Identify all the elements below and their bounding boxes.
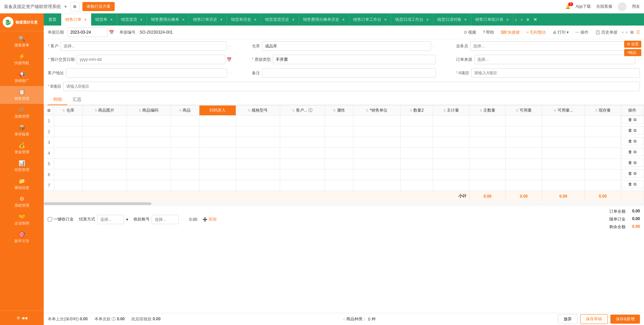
scrollbar-thumb[interactable] (44, 202, 151, 205)
nav-next[interactable]: › (626, 30, 628, 35)
sidebar-item-purchase[interactable]: 🛒 采购管理 (0, 104, 44, 122)
row-4-copy[interactable]: ⧉ (634, 150, 637, 154)
checkout-method-input[interactable] (97, 215, 124, 224)
tab-nav-left[interactable]: ‹ (513, 17, 519, 22)
discard-button[interactable]: 放弃 (558, 314, 577, 324)
row-7-delete[interactable]: 🗑 (628, 182, 632, 187)
row-3-copy[interactable]: ⧉ (634, 139, 637, 144)
tab-invoice-history[interactable]: 销货单历史 ✕ (227, 13, 261, 26)
row-2-warehouse[interactable] (54, 126, 83, 137)
delivery-date-input[interactable] (77, 55, 225, 64)
tab-order-workbench-close[interactable]: ✕ (384, 18, 387, 22)
col-scan[interactable]: 扫码录入 (199, 106, 236, 116)
row-2-copy[interactable]: ⧉ (634, 128, 637, 133)
tab-reconcile-close[interactable]: ✕ (464, 18, 467, 22)
col-code[interactable]: ⇅ 商品编码 (126, 106, 171, 116)
horizontal-scrollbar[interactable] (44, 202, 644, 205)
row-1-qty2[interactable] (400, 116, 433, 126)
print-button[interactable]: 🖨 打印 ▾ (551, 29, 571, 36)
sidebar-item-guide[interactable]: 🎯 新手引导 (0, 229, 44, 246)
row-1-copy[interactable]: ⧉ (634, 117, 637, 122)
row-5-copy[interactable]: ⧉ (634, 160, 637, 165)
tab-sales-order[interactable]: 销售订单 ✕ (61, 13, 91, 26)
row-2-customer-code[interactable] (280, 126, 325, 137)
address-more[interactable]: ··· (228, 71, 232, 75)
tab-stats[interactable]: 销售订单统计表 ✕ (471, 13, 513, 26)
col-attr[interactable]: ⇅ 属性 (325, 106, 353, 116)
tab-reconcile[interactable]: 钱货日清对账 ✕ (433, 13, 471, 26)
row-1-main-unit[interactable] (433, 116, 469, 126)
settings-tag-button[interactable]: ⚙ 设置 (624, 41, 641, 48)
sidebar-item-marketing[interactable]: 📢 营销推广 (0, 68, 44, 86)
tab-stats-close[interactable]: ✕ (506, 18, 509, 22)
tab-close-all[interactable]: ✕ (531, 17, 539, 22)
col-warehouse[interactable]: ⇅ 仓库 (54, 106, 83, 116)
row-1-customer-code[interactable] (280, 116, 325, 126)
tab-sales-invoice-close[interactable]: ✕ (110, 18, 113, 22)
address-input[interactable] (66, 68, 227, 78)
sidebar-item-navigation[interactable]: ⚡ 快捷导航 (0, 50, 44, 68)
col-available[interactable]: ⇅ 可用量 (506, 106, 542, 116)
sidebar-item-enterprise[interactable]: 🤝 企业协同 (0, 211, 44, 229)
project-a-input[interactable] (471, 68, 640, 78)
col-stock[interactable]: ⇅ 现存量 (585, 106, 621, 116)
collapse-button[interactable]: ⚙ ◀◀ (0, 314, 44, 322)
notification-bell[interactable]: 🔔9 (565, 4, 570, 9)
project-b-input[interactable] (63, 82, 640, 91)
customer-input[interactable] (61, 41, 227, 51)
row-2-attr[interactable] (325, 126, 353, 137)
row-1-spec[interactable] (236, 116, 280, 126)
industry-button[interactable]: 体验行业方案 (82, 2, 115, 11)
row-1-goods[interactable] (171, 116, 199, 126)
tab-order-workbench[interactable]: 销售订单工作台 ✕ (349, 13, 391, 26)
history-button[interactable]: 📋 历史单据 (593, 29, 619, 36)
add-button[interactable]: ➕ 添加 (202, 216, 217, 222)
row-3-warehouse[interactable] (54, 137, 83, 148)
add-goods-button[interactable]: +物品 (624, 49, 641, 56)
row-2-spec[interactable] (236, 126, 280, 137)
col-customer-code[interactable]: ⇅ 客户... ⓘ (280, 106, 325, 116)
tab-home[interactable]: 首页 (44, 13, 61, 26)
row-6-copy[interactable]: ⧉ (634, 171, 637, 176)
col-main-unit[interactable]: ⇅ 主计量 (433, 106, 469, 116)
col-main-qty[interactable]: ⇅ 主数量 (469, 106, 506, 116)
row-1-main-qty[interactable] (469, 116, 506, 126)
gear-button[interactable]: ⚙ (70, 2, 80, 11)
row-2-main-unit[interactable] (433, 126, 469, 137)
order-source-input[interactable] (474, 55, 635, 64)
date-input[interactable] (67, 28, 108, 37)
sidebar-item-sales[interactable]: 📋 销售管理 (0, 86, 44, 104)
sidebar-item-system[interactable]: ⚙ 系统管理 (0, 193, 44, 211)
sidebar-item-basicinfo[interactable]: 📁 基础信息 (0, 175, 44, 193)
remark-input[interactable] (262, 68, 436, 78)
profit-button[interactable]: ≈ 毛利预估 (524, 29, 548, 36)
col-settings[interactable]: ⚙ (44, 106, 54, 116)
username[interactable]: 用友 (632, 4, 640, 9)
tab-nav-right[interactable]: › (519, 17, 525, 22)
account-input[interactable] (152, 215, 179, 224)
tab-return-history-close[interactable]: ✕ (292, 18, 295, 22)
col-available2[interactable]: ⇅ 可用量... (542, 106, 585, 116)
tab-detail[interactable]: 明细 (48, 94, 67, 105)
row-2-main-qty[interactable] (469, 126, 506, 137)
row-7-copy[interactable]: ⧉ (634, 182, 637, 187)
operation-button[interactable]: ⋯ 操作 (573, 29, 591, 36)
tab-daily-workbench-close[interactable]: ✕ (426, 18, 429, 22)
col-spec[interactable]: ⇅ 规格型号 (236, 106, 280, 116)
customer-more[interactable]: ··· (228, 44, 232, 48)
row-2-code[interactable] (126, 126, 171, 137)
view-button[interactable]: ⊙ 视频 (462, 29, 478, 36)
tab-fee-split-close[interactable]: ✕ (182, 18, 185, 22)
delivery-calendar-icon[interactable]: 📅 (227, 57, 232, 62)
row-2-qty2[interactable] (400, 126, 433, 137)
auto-checkout-input[interactable] (48, 217, 52, 221)
order-source-more[interactable]: ··· (637, 57, 640, 62)
auto-checkout-checkbox[interactable]: 一键收订金 (48, 216, 74, 222)
app-download-link[interactable]: App下载 (576, 4, 591, 9)
sidebar-item-search[interactable]: 🔍 搜索菜单 (0, 33, 44, 50)
invoice-type-select[interactable]: 不开票 增值税普通发票 增值税专用发票 (273, 55, 436, 64)
row-1-delete[interactable]: 🗑 (628, 117, 632, 122)
tab-summary[interactable]: 汇总 (67, 94, 87, 105)
tab-invoice-history-close[interactable]: ✕ (254, 18, 257, 22)
help-button[interactable]: ? 帮助 (481, 29, 496, 36)
